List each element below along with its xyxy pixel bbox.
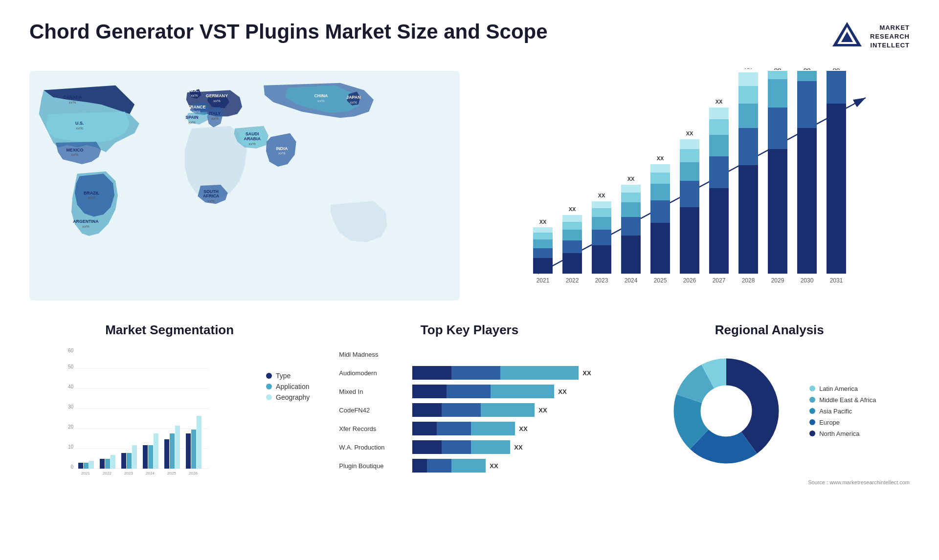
svg-text:2029: 2029: [771, 277, 784, 284]
svg-rect-84: [738, 72, 758, 86]
svg-rect-91: [797, 81, 817, 128]
svg-rect-92: [797, 71, 817, 81]
svg-rect-62: [650, 223, 670, 274]
latin-america-label: Latin America: [819, 385, 858, 392]
asia-dot: [809, 408, 815, 414]
svg-text:0: 0: [70, 464, 73, 470]
svg-text:60: 60: [68, 348, 74, 353]
svg-rect-52: [592, 217, 611, 230]
svg-text:20: 20: [68, 424, 74, 430]
svg-text:xx%: xx%: [213, 99, 221, 103]
svg-text:30: 30: [68, 404, 74, 409]
chart-section: XX XX XX XX: [479, 68, 910, 303]
bar-chart-svg: XX XX XX XX: [479, 68, 910, 303]
latin-america-dot: [809, 386, 815, 391]
svg-rect-82: [738, 104, 758, 128]
source-text: Source : www.marketresearchintellect.com: [629, 479, 910, 485]
regional-legend: Latin America Middle East & Africa Asia …: [809, 385, 876, 437]
bar-seg2: [442, 440, 471, 454]
logo-area: MARKET RESEARCH INTELLECT: [830, 20, 910, 54]
svg-text:2026: 2026: [683, 277, 696, 284]
svg-rect-78: [709, 108, 729, 119]
player-name: Midi Madness: [339, 351, 407, 358]
svg-rect-87: [768, 108, 787, 149]
app-label: Application: [276, 383, 310, 390]
type-label: Type: [276, 372, 291, 380]
svg-rect-144: [197, 416, 201, 469]
regional-title: Regional Analysis: [629, 323, 910, 338]
player-bar-container: XX: [412, 422, 600, 435]
svg-text:10: 10: [68, 444, 74, 450]
bar-seg1: [412, 422, 437, 435]
player-codefn42: CodeFN42 XX: [339, 403, 600, 417]
legend-asia-pacific: Asia Pacific: [809, 408, 876, 415]
svg-text:CANADA: CANADA: [63, 95, 82, 100]
player-bar: [412, 440, 510, 454]
bar-seg3: [451, 459, 486, 473]
bar-seg1: [412, 440, 442, 454]
player-bar: [412, 422, 515, 435]
svg-text:JAPAN: JAPAN: [346, 95, 360, 100]
svg-rect-42: [533, 227, 553, 233]
player-bar: [412, 459, 486, 473]
svg-rect-83: [738, 86, 758, 104]
europe-dot: [809, 419, 815, 425]
svg-rect-50: [592, 245, 611, 274]
svg-text:AFRICA: AFRICA: [203, 194, 220, 198]
player-bar-container: XX: [412, 366, 600, 380]
svg-rect-123: [84, 463, 89, 469]
svg-rect-41: [533, 233, 553, 239]
svg-text:xx%: xx%: [211, 116, 219, 121]
player-bar-container: XX: [412, 403, 600, 417]
legend-north-america: North America: [809, 430, 876, 437]
bar-seg1: [412, 385, 447, 398]
asia-label: Asia Pacific: [819, 408, 852, 415]
player-bar: [412, 403, 535, 417]
svg-text:xx%: xx%: [207, 199, 215, 203]
svg-rect-86: [768, 149, 787, 274]
logo-icon: [830, 20, 864, 54]
player-bar-container: XX: [412, 385, 600, 398]
svg-rect-143: [191, 430, 196, 469]
player-bar-container: XX: [412, 440, 600, 454]
svg-text:2026: 2026: [189, 471, 198, 474]
legend-latin-america: Latin America: [809, 385, 876, 392]
players-title: Top Key Players: [329, 323, 609, 338]
svg-text:SPAIN: SPAIN: [185, 115, 198, 120]
bar-seg2: [447, 385, 491, 398]
bar-seg3: [481, 403, 535, 417]
players-section: Top Key Players Midi Madness Audiomodern: [329, 323, 609, 485]
svg-rect-140: [175, 426, 180, 469]
legend-application: Application: [266, 383, 310, 390]
svg-text:XX: XX: [745, 68, 752, 70]
svg-rect-45: [562, 240, 582, 253]
donut-chart-svg: [663, 347, 800, 474]
player-name: Mixed In: [339, 388, 407, 395]
geo-label: Geography: [276, 393, 310, 401]
svg-text:U.K.: U.K.: [190, 88, 199, 93]
svg-rect-132: [132, 445, 137, 469]
middle-east-dot: [809, 397, 815, 403]
svg-text:2031: 2031: [830, 277, 843, 284]
svg-text:xx%: xx%: [188, 120, 196, 125]
svg-text:MEXICO: MEXICO: [67, 148, 84, 152]
svg-text:2023: 2023: [595, 277, 608, 284]
segmentation-title: Market Segmentation: [29, 323, 310, 338]
svg-rect-124: [89, 461, 94, 469]
svg-text:U.S.: U.S.: [75, 121, 84, 126]
bar-seg2: [427, 459, 451, 473]
svg-rect-76: [709, 135, 729, 156]
player-wa-production: W.A. Production XX: [339, 440, 600, 454]
svg-rect-64: [650, 184, 670, 200]
svg-text:ARGENTINA: ARGENTINA: [73, 219, 99, 224]
svg-text:50: 50: [68, 364, 74, 369]
svg-rect-127: [105, 459, 110, 469]
svg-rect-74: [709, 188, 729, 274]
map-svg: CANADA xx% U.S. xx% MEXICO xx% BRAZIL xx…: [29, 68, 460, 303]
app-dot: [266, 384, 272, 389]
svg-text:XX: XX: [539, 219, 547, 225]
player-name: Plugin Boutique: [339, 462, 407, 470]
player-audiomodern: Audiomodern XX: [339, 366, 600, 380]
svg-rect-136: [154, 433, 158, 469]
player-bar: [412, 385, 554, 398]
